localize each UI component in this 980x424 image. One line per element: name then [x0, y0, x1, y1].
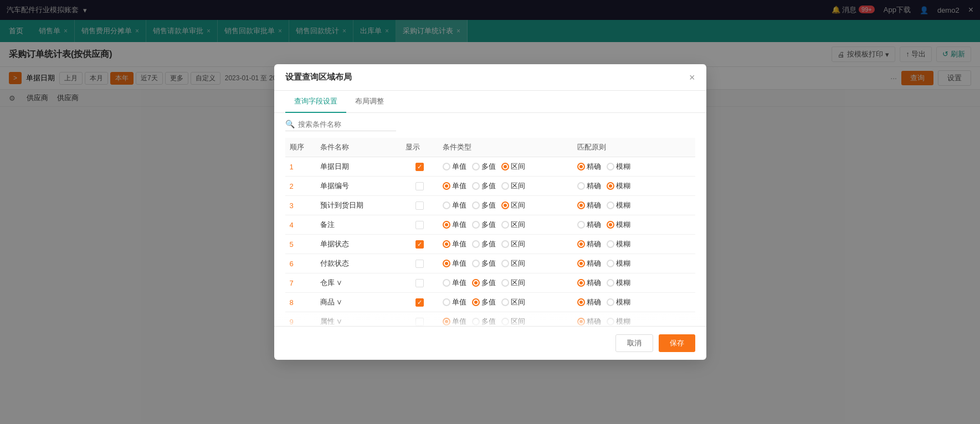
radio-circle — [607, 318, 614, 325]
type-radio-区间[interactable]: 区间 — [501, 181, 525, 191]
save-button[interactable]: 保存 — [659, 334, 695, 352]
type-radio-单值[interactable]: 单值 — [443, 297, 466, 307]
type-radio-区间[interactable]: 区间 — [501, 317, 525, 326]
cell-show[interactable] — [401, 312, 438, 327]
tab-query-fields[interactable]: 查询字段设置 — [285, 91, 346, 113]
type-radio-多值[interactable]: 多值 — [472, 317, 496, 326]
radio-circle — [577, 201, 585, 209]
radio-circle — [472, 221, 480, 229]
cancel-button[interactable]: 取消 — [615, 334, 653, 352]
match-radio-精确[interactable]: 精确 — [577, 297, 601, 307]
search-input[interactable] — [298, 120, 387, 128]
show-checkbox[interactable] — [415, 182, 424, 190]
match-radio-模糊[interactable]: 模糊 — [607, 239, 630, 249]
match-radio-精确[interactable]: 精确 — [577, 278, 601, 288]
show-checkbox[interactable] — [415, 201, 424, 210]
match-radio-模糊[interactable]: 模糊 — [607, 258, 630, 268]
radio-label: 单值 — [452, 297, 466, 307]
match-radio-精确[interactable]: 精确 — [577, 317, 601, 326]
type-radio-区间[interactable]: 区间 — [501, 200, 525, 210]
radio-label: 多值 — [481, 181, 496, 191]
type-radio-多值[interactable]: 多值 — [472, 297, 496, 307]
type-radio-多值[interactable]: 多值 — [472, 220, 496, 230]
match-radio-精确[interactable]: 精确 — [577, 239, 601, 249]
cell-match: 精确模糊 — [573, 177, 695, 196]
cell-order: 2 — [285, 177, 316, 196]
type-radio-多值[interactable]: 多值 — [472, 239, 496, 249]
show-checkbox[interactable] — [415, 260, 424, 268]
type-radio-单值[interactable]: 单值 — [443, 220, 466, 230]
type-radio-区间[interactable]: 区间 — [501, 220, 525, 230]
table-row: 5单据状态单值多值区间精确模糊 — [285, 235, 695, 254]
modal-close-button[interactable]: × — [689, 73, 695, 82]
cell-show[interactable] — [401, 157, 438, 177]
cell-show[interactable] — [401, 254, 438, 273]
type-radio-多值[interactable]: 多值 — [472, 278, 496, 288]
show-checkbox[interactable] — [415, 279, 424, 287]
radio-circle — [607, 298, 614, 306]
type-radio-单值[interactable]: 单值 — [443, 239, 466, 249]
match-radio-模糊[interactable]: 模糊 — [607, 278, 630, 288]
tab-layout-adjust[interactable]: 布局调整 — [346, 91, 393, 113]
type-radio-单值[interactable]: 单值 — [443, 278, 466, 288]
type-radio-多值[interactable]: 多值 — [472, 181, 496, 191]
radio-circle — [472, 201, 480, 209]
show-checkbox[interactable] — [415, 221, 424, 229]
radio-circle — [607, 279, 614, 287]
type-radio-单值[interactable]: 单值 — [443, 317, 466, 326]
type-radio-多值[interactable]: 多值 — [472, 258, 496, 268]
match-radio-精确[interactable]: 精确 — [577, 258, 601, 268]
radio-label: 精确 — [587, 317, 601, 326]
cell-name: 付款状态 — [316, 254, 402, 273]
type-radio-区间[interactable]: 区间 — [501, 278, 525, 288]
show-checkbox[interactable] — [415, 240, 424, 249]
cell-show[interactable] — [401, 177, 438, 196]
cell-match: 精确模糊 — [573, 215, 695, 235]
conditions-table: 顺序 条件名称 显示 条件类型 匹配原则 1单据日期单值多值区间精确模糊2单据编… — [285, 138, 695, 326]
match-radio-模糊[interactable]: 模糊 — [607, 317, 630, 326]
type-radio-区间[interactable]: 区间 — [501, 239, 525, 249]
radio-label: 模糊 — [616, 278, 630, 288]
cell-show[interactable] — [401, 235, 438, 254]
match-radio-模糊[interactable]: 模糊 — [607, 162, 630, 172]
match-radio-精确[interactable]: 精确 — [577, 181, 601, 191]
match-radio-模糊[interactable]: 模糊 — [607, 220, 630, 230]
type-radio-区间[interactable]: 区间 — [501, 162, 525, 172]
cell-show[interactable] — [401, 293, 438, 312]
type-radio-单值[interactable]: 单值 — [443, 258, 466, 268]
cell-show[interactable] — [401, 273, 438, 293]
type-radio-区间[interactable]: 区间 — [501, 297, 525, 307]
table-row: 4备注单值多值区间精确模糊 — [285, 215, 695, 235]
match-radio-模糊[interactable]: 模糊 — [607, 200, 630, 210]
type-radio-单值[interactable]: 单值 — [443, 200, 466, 210]
match-radio-模糊[interactable]: 模糊 — [607, 181, 630, 191]
table-row: 9属性 ∨单值多值区间精确模糊 — [285, 312, 695, 327]
radio-circle — [501, 260, 509, 267]
match-radio-精确[interactable]: 精确 — [577, 162, 601, 172]
radio-label: 区间 — [511, 162, 525, 172]
cell-order: 9 — [285, 312, 316, 327]
match-radio-精确[interactable]: 精确 — [577, 220, 601, 230]
th-type: 条件类型 — [438, 138, 573, 157]
type-radio-区间[interactable]: 区间 — [501, 258, 525, 268]
type-radio-多值[interactable]: 多值 — [472, 162, 496, 172]
type-radio-单值[interactable]: 单值 — [443, 162, 466, 172]
type-radio-多值[interactable]: 多值 — [472, 200, 496, 210]
cell-show[interactable] — [401, 196, 438, 215]
type-radio-单值[interactable]: 单值 — [443, 181, 466, 191]
modal-header: 设置查询区域布局 × — [274, 64, 706, 91]
show-checkbox[interactable] — [415, 318, 424, 326]
show-checkbox[interactable] — [415, 298, 424, 307]
cell-order: 6 — [285, 254, 316, 273]
radio-circle — [501, 279, 509, 287]
cell-order: 1 — [285, 157, 316, 177]
match-radio-精确[interactable]: 精确 — [577, 200, 601, 210]
cell-show[interactable] — [401, 215, 438, 235]
show-checkbox[interactable] — [415, 163, 424, 171]
cell-match: 精确模糊 — [573, 254, 695, 273]
cell-type: 单值多值区间 — [438, 215, 573, 235]
radio-circle — [607, 221, 614, 229]
match-radio-模糊[interactable]: 模糊 — [607, 297, 630, 307]
cell-order: 7 — [285, 273, 316, 293]
radio-label: 精确 — [587, 278, 601, 288]
